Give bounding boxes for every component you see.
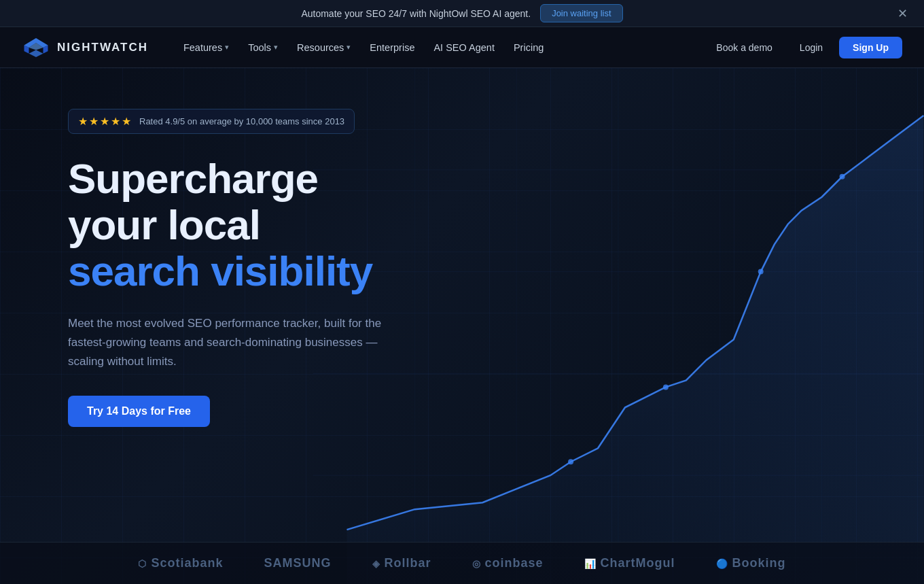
svg-point-12 [840,174,845,179]
svg-point-11 [758,269,764,275]
hero-content: ★★★★★ Rated 4.9/5 on average by 10,000 t… [0,68,476,454]
login-button[interactable]: Login [789,38,834,57]
logo-coinbase: ◎ coinbase [472,556,544,570]
hero-section: ★★★★★ Rated 4.9/5 on average by 10,000 t… [0,68,924,584]
nav-right-actions: Book a demo Login Sign Up [705,37,902,58]
features-chevron-icon: ▾ [225,43,229,52]
rating-badge: ★★★★★ Rated 4.9/5 on average by 10,000 t… [68,109,355,134]
logo-rollbar: ◈ Rollbar [372,556,431,570]
nav-resources[interactable]: Resources ▾ [289,38,359,57]
logo-scotiabank: ⬡ Scotiabank [138,556,223,570]
rating-text: Rated 4.9/5 on average by 10,000 teams s… [139,116,344,126]
star-icons: ★★★★★ [78,115,132,128]
logos-bar: ⬡ Scotiabank SAMSUNG ◈ Rollbar ◎ coinbas… [0,542,924,584]
chartmogul-icon: 📊 [584,558,597,569]
nav-ai-seo-agent[interactable]: AI SEO Agent [425,38,502,57]
scotiabank-icon: ⬡ [138,558,147,569]
logo-icon [22,37,50,58]
logo-chartmogul: 📊 ChartMogul [584,556,675,570]
signup-button[interactable]: Sign Up [839,37,902,58]
main-navigation: NIGHTWATCH Features ▾ Tools ▾ Resources … [0,27,924,68]
announcement-banner: Automate your SEO 24/7 with NightOwl SEO… [0,0,924,27]
nav-links: Features ▾ Tools ▾ Resources ▾ Enterpris… [175,38,705,57]
book-demo-button[interactable]: Book a demo [705,38,783,57]
booking-icon: 🔵 [716,558,728,569]
logo-samsung: SAMSUNG [264,556,331,570]
try-free-button[interactable]: Try 14 Days for Free [68,396,210,427]
rollbar-icon: ◈ [372,558,380,569]
join-waiting-list-button[interactable]: Join waiting list [540,4,622,22]
tools-chevron-icon: ▾ [274,43,278,52]
hero-headline: Supercharge your local search visibility [68,156,408,295]
hero-description: Meet the most evolved SEO performance tr… [68,314,408,371]
nav-pricing[interactable]: Pricing [505,38,552,57]
logo-text: NIGHTWATCH [57,41,148,54]
announcement-text: Automate your SEO 24/7 with NightOwl SEO… [301,8,531,19]
nav-features[interactable]: Features ▾ [175,38,237,57]
hero-headline-blue: search visibility [68,248,408,294]
nav-enterprise[interactable]: Enterprise [361,38,423,57]
resources-chevron-icon: ▾ [346,43,351,52]
svg-point-10 [663,384,669,390]
logo[interactable]: NIGHTWATCH [22,37,148,58]
nav-tools[interactable]: Tools ▾ [240,38,286,57]
coinbase-icon: ◎ [472,558,481,569]
logo-booking: 🔵 Booking [716,556,786,570]
close-banner-button[interactable]: ✕ [895,5,910,22]
svg-point-9 [568,459,573,464]
